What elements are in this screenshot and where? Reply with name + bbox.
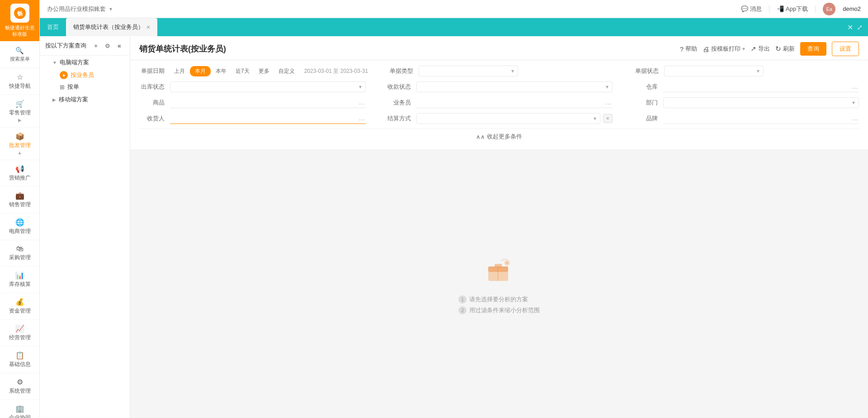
star-icon: ☆ — [17, 73, 23, 81]
collapse-panel-button[interactable]: « — [114, 41, 124, 51]
maximize-icon[interactable]: ⤢ — [857, 23, 863, 32]
user-name[interactable]: demo2 — [843, 5, 861, 12]
top-header: 办公用品行业模拟账套 ▾ 💬 消息 📲 App下载 Ea demo2 — [40, 0, 868, 18]
tree-desktop-item-salesperson[interactable]: ● 按业务员 — [40, 69, 130, 81]
sales-icon: 💼 — [15, 191, 24, 200]
app-download-button[interactable]: 📲 App下载 — [777, 5, 808, 13]
right-panel: 销货单统计表(按业务员) ? 帮助 🖨 按模板打印 ▾ ↗ 导出 — [130, 36, 868, 418]
filter-row-2: 出库状态 ▾ 收款状态 ▾ 仓库 — [139, 81, 859, 92]
brand-input[interactable]: … — [663, 113, 859, 124]
tab-bar: 首页 销货单统计表（按业务员） × ✕ ⤢ — [40, 18, 868, 36]
title-dropdown-arrow[interactable]: ▾ — [109, 6, 112, 12]
message-button[interactable]: 💬 消息 — [741, 5, 762, 13]
user-avatar[interactable]: Ea — [823, 3, 835, 15]
sidebar-item-finance[interactable]: 💰 资金管理 — [0, 293, 39, 320]
empty-state: 1 请先选择要分析的方案 2 用过滤条件来缩小分析范围 — [458, 254, 540, 314]
brand-dots-button[interactable]: … — [852, 114, 858, 122]
refresh-button[interactable]: ↻ 刷新 — [775, 45, 795, 53]
tree-mobile-section[interactable]: ▶ 移动端方案 — [40, 93, 130, 106]
help-button[interactable]: ? 帮助 — [680, 45, 697, 53]
tab-home[interactable]: 首页 — [40, 18, 66, 36]
sidebar-item-enterprise[interactable]: 🏢 企业协同 — [0, 400, 39, 418]
goods-label: 商品 — [139, 99, 165, 107]
page-title: 销货单统计表(按业务员) — [139, 43, 226, 54]
payment-select[interactable]: ▾ — [416, 81, 612, 92]
warehouse-dots-button[interactable]: … — [852, 83, 858, 90]
tab-maximize-button[interactable]: ✕ ⤢ — [847, 23, 868, 32]
delivery-select[interactable]: ▾ — [170, 81, 366, 92]
sidebar-item-quick-nav[interactable]: ☆ 快捷导航 — [0, 68, 39, 95]
ecommerce-icon: 🌐 — [15, 218, 24, 227]
add-scheme-button[interactable]: + — [91, 41, 101, 51]
sidebar-item-inventory[interactable]: 📊 库存核算 — [0, 266, 39, 293]
consignee-input[interactable]: … — [170, 113, 366, 124]
department-select[interactable]: ▾ — [663, 97, 859, 108]
sidebar-item-purchase[interactable]: 🛍 采购管理 — [0, 240, 39, 266]
sidebar-item-base[interactable]: 📋 基础信息 — [0, 347, 39, 373]
grid-icon: ⊞ — [60, 84, 65, 90]
tree-desktop-item-order[interactable]: ⊞ 按单 — [40, 81, 130, 93]
sidebar-item-retail[interactable]: 🛒 零售管理 ▶ — [0, 95, 39, 128]
print-icon: 🖨 — [703, 45, 709, 53]
collapse-filters-button[interactable]: ∧∧ 收起更多条件 — [471, 131, 528, 142]
hint-text-1: 请先选择要分析的方案 — [469, 295, 528, 304]
sidebar-item-system[interactable]: ⚙ 系统管理 — [0, 373, 39, 400]
tab-close-icon[interactable]: × — [146, 24, 150, 31]
goods-input[interactable]: … — [170, 97, 366, 108]
settings-button[interactable]: 设置 — [832, 42, 859, 56]
date-tab-more[interactable]: 更多 — [255, 66, 274, 76]
sidebar-item-marketing[interactable]: 📢 营销推广 — [0, 160, 39, 187]
sidebar-logo[interactable]: 畅 畅捷通好生意 标准版 — [0, 0, 39, 41]
goods-dots-button[interactable]: … — [359, 99, 365, 106]
data-area: 1 请先选择要分析的方案 2 用过滤条件来缩小分析范围 — [130, 150, 868, 418]
doc-type-select[interactable]: ▾ — [419, 66, 518, 76]
date-range-display: 2023-03-01 至 2023-03-31 — [304, 67, 368, 75]
export-icon: ↗ — [750, 45, 756, 53]
svg-text:畅: 畅 — [17, 10, 23, 17]
operations-icon: 📈 — [15, 324, 24, 333]
chevron-up-icon: ∧∧ — [476, 133, 485, 140]
close-window-icon[interactable]: ✕ — [847, 23, 853, 32]
empty-hint-1: 1 请先选择要分析的方案 — [458, 295, 540, 304]
header-divider-1 — [769, 5, 769, 13]
date-tab-this-month[interactable]: 本月 — [190, 66, 211, 76]
sidebar-item-wholesale[interactable]: 📦 批发管理 ▲ — [0, 128, 39, 160]
date-tab-last-month[interactable]: 上月 — [170, 66, 189, 76]
salesperson-input[interactable]: … — [416, 97, 612, 108]
inventory-icon: 📊 — [15, 271, 24, 280]
query-button[interactable]: 查询 — [800, 42, 826, 56]
wholesale-icon: 📦 — [15, 132, 24, 141]
settlement-x-icon[interactable]: × — [606, 115, 609, 122]
tree-mobile-label: 移动端方案 — [59, 95, 88, 104]
date-filter-control: 上月 本月 本年 近7天 更多 自定义 2023-03-01 至 2023-03… — [170, 66, 368, 76]
retail-icon: 🛒 — [15, 100, 24, 108]
settlement-clear-tag[interactable]: × — [603, 114, 613, 123]
date-tab-custom[interactable]: 自定义 — [274, 66, 299, 76]
tab-sales-stat[interactable]: 销货单统计表（按业务员） × — [66, 18, 157, 36]
filter-row-4: 收货人 … 结算方式 ▾ × — [139, 113, 859, 124]
scheme-settings-button[interactable]: ⚙ — [103, 41, 113, 51]
search-menu-button[interactable]: 🔍 搜索菜单 — [3, 45, 37, 64]
consignee-dots-button[interactable]: … — [359, 114, 365, 122]
tree-desktop-label: 电脑端方案 — [60, 58, 89, 66]
filter-row-1: 单据日期 上月 本月 本年 近7天 更多 自定义 2023-03-01 至 20… — [139, 66, 859, 76]
app-title: 办公用品行业模拟账套 — [47, 5, 106, 13]
date-tab-last-7[interactable]: 近7天 — [231, 66, 254, 76]
tree-desktop-section[interactable]: ▼ 电脑端方案 — [40, 56, 130, 69]
sidebar-item-ecommerce[interactable]: 🌐 电商管理 — [0, 214, 39, 240]
salesperson-dots-button[interactable]: … — [605, 99, 612, 106]
empty-hints: 1 请先选择要分析的方案 2 用过滤条件来缩小分析范围 — [458, 295, 540, 314]
page-header: 销货单统计表(按业务员) ? 帮助 🖨 按模板打印 ▾ ↗ 导出 — [130, 36, 868, 60]
hint-num-1: 1 — [458, 295, 467, 304]
export-button[interactable]: ↗ 导出 — [750, 45, 770, 53]
settlement-select[interactable]: ▾ — [416, 113, 600, 124]
settlement-label: 结算方式 — [386, 114, 411, 123]
sidebar-item-operations[interactable]: 📈 经营管理 — [0, 320, 39, 347]
purchase-icon: 🛍 — [16, 245, 24, 253]
warehouse-input[interactable]: … — [663, 81, 859, 92]
print-template-button[interactable]: 🖨 按模板打印 ▾ — [703, 45, 745, 53]
date-tab-this-year[interactable]: 本年 — [212, 66, 231, 76]
sidebar-item-sales[interactable]: 💼 销售管理 — [0, 187, 39, 214]
enterprise-icon: 🏢 — [15, 404, 24, 413]
doc-status-select[interactable]: ▾ — [664, 66, 764, 76]
